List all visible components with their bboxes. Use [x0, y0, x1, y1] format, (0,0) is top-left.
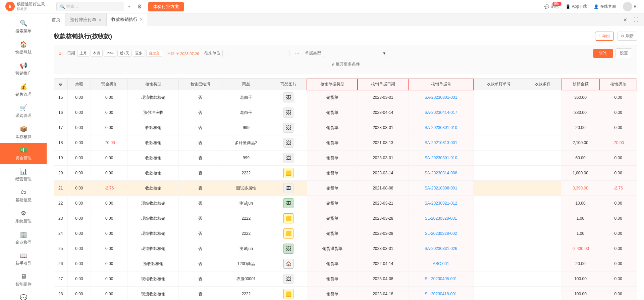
cell-cash-discount: 0.00	[91, 211, 128, 226]
cell-no: 27	[54, 271, 67, 287]
quick-nav-icon: 🏠	[20, 41, 27, 48]
partner-input[interactable]: ...	[222, 50, 289, 57]
cell-cancel-bill-no[interactable]: SA-20230314-008	[408, 166, 473, 181]
settings-filter-btn[interactable]: 设置	[615, 48, 632, 58]
expand-tab-btn[interactable]: ⛶	[632, 16, 640, 24]
cell-cancel-type: 收款核销	[128, 151, 178, 166]
cell-cancel-bill-no[interactable]: SL-20230408-001	[408, 271, 473, 287]
sidebar-item-hardware[interactable]: 🖥 智能硬件	[0, 270, 47, 291]
cell-goods: 衣服00001	[222, 271, 270, 287]
tab-prepay[interactable]: 预付冲应付单 ✕	[65, 13, 107, 26]
cell-cancel-amount: 1.00	[561, 211, 600, 226]
close-tab-btn[interactable]: ✕	[621, 16, 629, 24]
cancel-bill-no-link[interactable]: SL-20230408-001	[425, 276, 457, 281]
export-btn[interactable]: ↑ 导出	[595, 32, 614, 41]
filter-collapse-btn[interactable]: »	[59, 50, 62, 56]
cell-cancel-bill-type: 销货单	[307, 105, 358, 120]
cancel-bill-no-link[interactable]: SA-20210808-001	[425, 186, 457, 190]
sidebar-item-system[interactable]: ⚙ 系统管理	[0, 206, 47, 227]
date-btn-custom[interactable]: 自定义	[146, 50, 162, 57]
date-btn-7days[interactable]: 近7天	[117, 50, 131, 57]
cell-cancel-bill-no[interactable]: SA-20230301-001	[408, 90, 473, 105]
cell-balance: 0.00	[67, 271, 91, 287]
search-box[interactable]: 🔍 搜索...	[56, 2, 123, 11]
cell-include-cleared: 否	[178, 211, 222, 226]
tab-home[interactable]: 首页	[47, 13, 65, 26]
data-table: ⚙ 余额 现金折扣 核销类型 包含已结清 商品 商品图片 核销单据类型 核销单据…	[54, 79, 637, 300]
online-service-btn[interactable]: 👤 在线客服	[594, 4, 616, 9]
tab-prepay-close[interactable]: ✕	[98, 17, 102, 22]
sidebar-item-management[interactable]: 📊 经营管理	[0, 164, 47, 185]
cell-cancel-type: 现结收款核销	[128, 211, 178, 226]
sidebar-item-purchase[interactable]: 🛒 采购管理	[0, 101, 47, 122]
enterprise-icon: 🏢	[20, 231, 27, 238]
cancel-bill-no-link[interactable]: SA-20230414-017	[425, 110, 457, 115]
cancel-bill-no-link[interactable]: SA-20230301-010	[425, 156, 457, 160]
purchase-icon: 🛒	[20, 104, 27, 112]
cancel-bill-no-link[interactable]: SL-20230418-001	[425, 292, 457, 296]
cell-cancel-bill-no[interactable]: SL-20230328-001	[408, 211, 473, 226]
cell-cancel-amount: 100.00	[561, 287, 600, 300]
sidebar-item-inventory[interactable]: 📦 库存核算	[0, 122, 47, 143]
tab-collection[interactable]: 收款核销执行 ✕	[107, 13, 148, 26]
messages-btn[interactable]: 💬 消息 99+	[544, 4, 559, 9]
sidebar-item-enterprise[interactable]: 🏢 企业协同	[0, 227, 47, 249]
cell-cancel-bill-date: 2021-08-08	[358, 181, 408, 196]
cancel-bill-no-link[interactable]: SA-20230331-026	[425, 246, 457, 251]
cell-balance: 0.00	[67, 211, 91, 226]
table-row: 15 0.00 0.00 现流收款核销 否 老白干 🖼 销货单 2023-03-…	[54, 90, 637, 105]
cell-cancel-bill-no[interactable]: SL-20230418-001	[408, 287, 473, 300]
bill-type-dropdown-icon: ▼	[382, 51, 386, 56]
industry-btn[interactable]: 体验行业方案	[148, 2, 184, 11]
cell-cancel-bill-no[interactable]: SA-20230331-026	[408, 241, 473, 256]
cancel-bill-no-link[interactable]: ABC-001	[433, 261, 449, 266]
cell-cancel-bill-no[interactable]: ABC-001	[408, 256, 473, 271]
cell-cancel-bill-no[interactable]: SA-20230301-010	[408, 120, 473, 135]
settings-icon[interactable]: ⚙	[135, 2, 144, 11]
sidebar-item-basic-info[interactable]: 🗂 基础信息	[0, 185, 47, 206]
cancel-bill-no-link[interactable]: SA-20230314-008	[425, 171, 457, 175]
search-dropdown-arrow[interactable]: ▼	[127, 5, 131, 8]
cancel-bill-no-link[interactable]: SA-20210813-001	[425, 140, 457, 145]
sidebar-item-marketing[interactable]: 📢 营销推广	[0, 58, 47, 80]
cancel-bill-no-link[interactable]: SL-20230328-002	[425, 231, 457, 236]
cell-cancel-bill-date: 2023-03-21	[358, 196, 408, 211]
cell-receipt-condition	[524, 271, 561, 287]
date-btn-this-month[interactable]: 本月	[91, 50, 103, 57]
cell-cancel-bill-no[interactable]: SA-20230301-010	[408, 151, 473, 166]
user-area[interactable]: Rit	[623, 2, 639, 11]
sidebar-item-wechat[interactable]: 💬 企业微信	[0, 291, 47, 300]
sidebar-item-sales[interactable]: 💰 销售管理	[0, 80, 47, 101]
cell-include-cleared: 否	[178, 287, 222, 300]
sidebar-item-quick-nav[interactable]: 🏠 快捷导航	[0, 37, 47, 58]
cancel-bill-no-link[interactable]: SL-20230328-001	[425, 216, 457, 221]
goods-thumb: 🖼	[283, 108, 293, 118]
cell-receipt-order-no	[474, 151, 524, 166]
col-include-cleared: 包含已结清	[178, 79, 222, 90]
cell-cancel-bill-no[interactable]: SA-20230414-017	[408, 105, 473, 120]
refresh-btn[interactable]: ↻ 刷新	[617, 32, 637, 41]
tab-collection-close[interactable]: ✕	[140, 17, 143, 22]
cell-cancel-bill-no[interactable]: SL-20230328-002	[408, 226, 473, 241]
expand-more-btn[interactable]: ∨ 展开更多条件	[331, 61, 360, 67]
cell-cancel-bill-no[interactable]: SA-20230321-012	[408, 196, 473, 211]
date-btn-last-month[interactable]: 上月	[77, 50, 89, 57]
col-cash-discount: 现金折扣	[91, 79, 128, 90]
query-btn[interactable]: 查询	[593, 49, 613, 58]
sidebar-item-search-menu[interactable]: 🔍 搜索菜单	[0, 16, 47, 37]
sidebar-item-guide[interactable]: 📖 新手引导	[0, 249, 47, 270]
cell-cancel-discount: -70.00	[600, 135, 637, 151]
date-btn-more[interactable]: 更多	[133, 50, 145, 57]
date-btn-this-year[interactable]: 本年	[104, 50, 116, 57]
col-settings[interactable]: ⚙	[54, 79, 67, 90]
cancel-bill-no-link[interactable]: SA-20230321-012	[425, 201, 457, 206]
cell-cancel-bill-date: 2023-03-28	[358, 226, 408, 241]
cell-cancel-bill-no[interactable]: SA-20210813-001	[408, 135, 473, 151]
cancel-bill-no-link[interactable]: SA-20230301-001	[425, 95, 457, 100]
bill-type-select[interactable]: ▼	[323, 50, 390, 57]
sidebar-item-finance[interactable]: 💵 资金管理	[0, 143, 47, 164]
cell-cancel-bill-no[interactable]: SA-20210808-001	[408, 181, 473, 196]
app-download-btn[interactable]: 📱 App下载	[566, 4, 587, 9]
cancel-bill-no-link[interactable]: SA-20230301-010	[425, 125, 457, 130]
cell-goods: 2222	[222, 287, 270, 300]
